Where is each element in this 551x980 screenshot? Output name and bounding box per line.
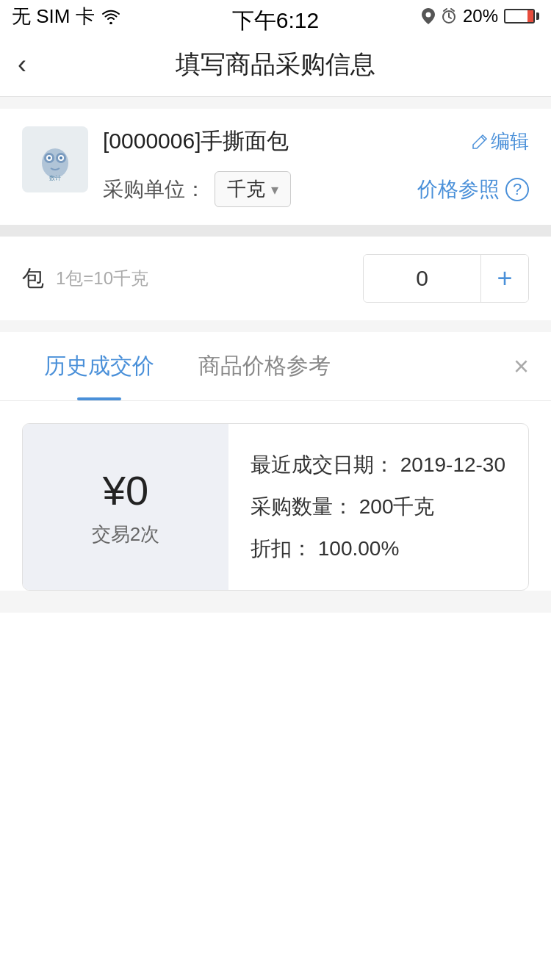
svg-text:数计: 数计 xyxy=(49,175,61,181)
quantity-hint: 1包=10千克 xyxy=(56,267,148,290)
quantity-label: 包 1包=10千克 xyxy=(22,264,148,294)
section-divider xyxy=(0,225,551,237)
back-button[interactable]: ‹ xyxy=(18,51,26,78)
quantity-control: + xyxy=(363,254,529,303)
unit-selector-group: 采购单位： 千克 ▾ xyxy=(103,171,291,207)
product-name-row: [0000006]手撕面包 编辑 xyxy=(103,126,529,156)
svg-point-10 xyxy=(48,156,51,159)
battery-indicator xyxy=(504,9,539,24)
status-right: 20% xyxy=(422,6,539,26)
purchase-qty-row: 采购数量： 200千克 xyxy=(251,492,506,521)
unit-value: 千克 xyxy=(227,176,265,202)
unit-dropdown-arrow: ▾ xyxy=(271,181,278,198)
history-price-summary: ¥0 交易2次 xyxy=(23,424,228,590)
alarm-icon xyxy=(441,8,457,24)
purchase-qty-value: 200千克 xyxy=(359,495,435,518)
no-sim-text: 无 SIM 卡 xyxy=(12,4,95,29)
svg-line-4 xyxy=(449,17,451,18)
product-top: 数计 [0000006]手撕面包 编辑 采购单位： 千克 xyxy=(22,126,529,207)
edit-icon xyxy=(472,134,488,150)
purchase-qty-label: 采购数量： xyxy=(251,495,353,518)
quantity-row: 包 1包=10千克 + xyxy=(0,237,551,320)
product-thumbnail: 数计 xyxy=(22,126,88,192)
wifi-icon xyxy=(101,8,121,24)
location-icon xyxy=(422,8,435,24)
tab-product-price-ref[interactable]: 商品价格参考 xyxy=(176,332,353,400)
quantity-input[interactable] xyxy=(364,255,481,302)
history-price-value: ¥0 xyxy=(103,466,148,514)
status-left: 无 SIM 卡 xyxy=(12,4,121,29)
history-card: ¥0 交易2次 最近成交日期： 2019-12-30 采购数量： 200千克 折… xyxy=(22,423,529,591)
status-bar: 无 SIM 卡 下午6:12 20% xyxy=(0,0,551,32)
purchase-unit-label: 采购单位： xyxy=(103,176,206,203)
recent-date-value: 2019-12-30 xyxy=(400,453,505,476)
history-transaction-count: 交易2次 xyxy=(92,522,159,547)
tab-history-label: 历史成交价 xyxy=(44,353,154,378)
discount-value: 100.00% xyxy=(318,537,400,560)
status-time: 下午6:12 xyxy=(232,6,319,36)
tab-history-price[interactable]: 历史成交价 xyxy=(22,332,176,400)
purchase-unit-row: 采购单位： 千克 ▾ 价格参照 ? xyxy=(103,171,529,207)
tab-price-ref-label: 商品价格参考 xyxy=(198,353,331,378)
discount-row: 折扣： 100.00% xyxy=(251,534,506,563)
price-ref-label: 价格参照 xyxy=(417,176,500,203)
battery-percent: 20% xyxy=(463,6,498,26)
svg-point-11 xyxy=(60,156,62,159)
history-details: 最近成交日期： 2019-12-30 采购数量： 200千克 折扣： 100.0… xyxy=(228,424,528,590)
unit-select[interactable]: 千克 ▾ xyxy=(215,171,291,207)
product-info: [0000006]手撕面包 编辑 采购单位： 千克 ▾ xyxy=(103,126,529,207)
product-logo: 数计 xyxy=(33,137,77,181)
recent-date-label: 最近成交日期： xyxy=(251,453,395,476)
discount-label: 折扣： xyxy=(251,537,312,560)
svg-point-1 xyxy=(425,12,431,18)
nav-bar: ‹ 填写商品采购信息 xyxy=(0,32,551,97)
page-title: 填写商品采购信息 xyxy=(176,48,375,82)
product-card: 数计 [0000006]手撕面包 编辑 采购单位： 千克 xyxy=(0,109,551,225)
tabs-header: 历史成交价 商品价格参考 × xyxy=(0,332,551,401)
recent-date-row: 最近成交日期： 2019-12-30 xyxy=(251,450,506,479)
quantity-plus-button[interactable]: + xyxy=(481,255,528,302)
svg-point-5 xyxy=(42,148,68,178)
tabs-panel: 历史成交价 商品价格参考 × ¥0 交易2次 最近成交日期： 2019-12-3… xyxy=(0,332,551,591)
edit-label: 编辑 xyxy=(491,129,529,154)
price-ref-help-icon[interactable]: ? xyxy=(505,178,529,201)
quantity-unit: 包 xyxy=(22,264,44,294)
page-background-fill xyxy=(0,613,551,980)
price-reference[interactable]: 价格参照 ? xyxy=(417,176,529,203)
tab-close-button[interactable]: × xyxy=(514,351,529,382)
product-name: [0000006]手撕面包 xyxy=(103,126,289,156)
edit-link[interactable]: 编辑 xyxy=(472,129,529,154)
svg-point-0 xyxy=(109,22,112,24)
help-symbol: ? xyxy=(513,180,522,199)
